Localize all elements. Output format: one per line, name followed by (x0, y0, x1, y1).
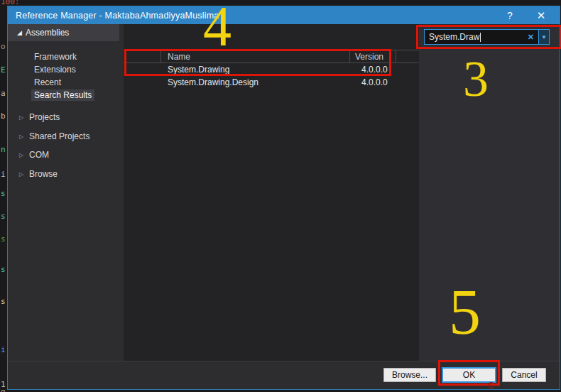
sidebar-item-browse[interactable]: ▷ Browse (19, 168, 58, 180)
sidebar-item-projects[interactable]: ▷ Projects (19, 111, 60, 124)
sidebar-item-label: Assemblies (26, 28, 69, 38)
highlight-box-search (416, 25, 561, 49)
highlight-box-list (124, 49, 391, 76)
collapsed-triangle-icon[interactable]: ▷ (19, 114, 29, 121)
code-fragment: i (1, 346, 6, 354)
column-filler (396, 50, 419, 62)
code-fragment: a (1, 89, 6, 97)
sidebar-item-extensions[interactable]: Extensions (31, 63, 79, 76)
sidebar-item-assemblies[interactable]: ◢ Assemblies (8, 24, 119, 41)
code-fragment: E (1, 66, 6, 74)
sidebar-item-shared-projects[interactable]: ▷ Shared Projects (19, 130, 89, 143)
code-fragment: s (1, 190, 6, 197)
dialog-title: Reference Manager - MaktabaAhmadiyyaMusl… (8, 11, 219, 21)
watermark-text: C-Function.com (488, 380, 561, 392)
browse-button[interactable]: Browse... (383, 368, 436, 382)
collapsed-triangle-icon[interactable]: ▷ (19, 171, 29, 178)
annotation-step-3: 3 (463, 53, 489, 104)
code-fragment: n (1, 146, 6, 153)
sidebar-item-com[interactable]: ▷ COM (19, 148, 49, 161)
sidebar-item-framework[interactable]: Framework (31, 50, 80, 63)
collapsed-triangle-icon[interactable]: ▷ (19, 152, 29, 158)
screenshot-stage: 100: oEabnisssssi1g Reference Manager - … (0, 0, 561, 392)
annotation-step-5: 5 (449, 281, 481, 344)
annotation-step-4: 4 (203, 0, 232, 55)
help-button[interactable]: ? (503, 9, 517, 22)
code-fragment: s (1, 266, 6, 273)
code-fragment: s (1, 298, 6, 305)
expanded-triangle-icon[interactable]: ◢ (17, 29, 26, 36)
sidebar-item-recent[interactable]: Recent (31, 76, 64, 89)
sidebar-item-search-results[interactable]: Search Results (31, 89, 94, 102)
collapsed-triangle-icon[interactable]: ▷ (19, 134, 29, 140)
code-fragment: b (1, 112, 6, 120)
code-fragment: g (1, 388, 6, 392)
assembly-version: 4.0.0.0 (356, 76, 408, 89)
code-fragment: o (1, 43, 6, 50)
dialog-titlebar[interactable]: Reference Manager - MaktabaAhmadiyyaMusl… (8, 6, 560, 24)
close-button[interactable]: ✕ (534, 9, 548, 22)
editor-line-number: 100: (1, 0, 20, 6)
row-checkbox-area[interactable] (124, 76, 161, 89)
assembly-row-system-drawing-design[interactable]: System.Drawing.Design 4.0.0.0 (124, 76, 419, 89)
code-fragment: s (1, 235, 6, 243)
detail-panel (419, 24, 560, 361)
assembly-name: System.Drawing.Design (161, 76, 356, 89)
code-fragment: s (1, 212, 6, 220)
code-fragment: i (1, 170, 6, 178)
